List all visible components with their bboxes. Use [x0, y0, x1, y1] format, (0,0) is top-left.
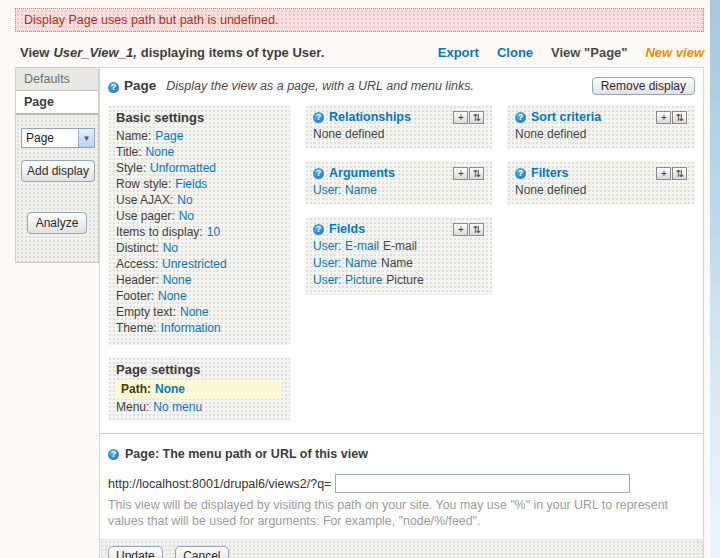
setting-value-link[interactable]: None: [158, 289, 187, 303]
help-icon[interactable]: ?: [313, 224, 324, 235]
view-page-link[interactable]: View "Page": [551, 45, 627, 60]
rearrange-icon[interactable]: ⇅: [469, 111, 484, 124]
settings-column-1: Basic settings Name:Page Title:None Styl…: [108, 105, 290, 421]
form-title-row: ? Page: The menu path or URL of this vie…: [108, 447, 693, 461]
sort-criteria-title-link[interactable]: Sort criteria: [531, 110, 656, 124]
arguments-title-link[interactable]: Arguments: [329, 166, 453, 180]
arguments-box: ? Arguments + ⇅ User: Name: [305, 161, 492, 205]
help-icon[interactable]: ?: [108, 449, 119, 460]
setting-value-link[interactable]: None: [180, 305, 209, 319]
setting-row-use-ajax: Use AJAX:No: [116, 192, 282, 208]
cancel-button[interactable]: Cancel: [175, 546, 228, 558]
add-icon[interactable]: +: [453, 167, 468, 180]
relationships-title-link[interactable]: Relationships: [329, 110, 453, 124]
tab-defaults[interactable]: Defaults: [15, 67, 99, 91]
view-title-prefix: View: [20, 45, 49, 60]
chevron-down-icon: ▼: [78, 129, 94, 147]
view-title-suffix: displaying items of type User.: [141, 45, 325, 60]
fields-title-link[interactable]: Fields: [329, 222, 453, 236]
setting-label: Distinct:: [116, 241, 159, 255]
setting-row-distinct: Distinct:No: [116, 240, 282, 256]
display-settings-panel: ? Page Display the view as a page, with …: [99, 67, 704, 558]
setting-label: Style:: [116, 161, 146, 175]
view-name: User_View_1,: [53, 45, 136, 60]
display-header: ? Page Display the view as a page, with …: [100, 68, 703, 103]
setting-value-link[interactable]: No: [177, 193, 192, 207]
export-link[interactable]: Export: [438, 45, 479, 60]
page-settings-box: Page settings Path:None Menu:No menu: [108, 357, 290, 421]
help-icon[interactable]: ?: [515, 112, 526, 123]
settings-column-2: ? Relationships + ⇅ None defined ?: [305, 105, 492, 421]
rearrange-icon[interactable]: ⇅: [469, 223, 484, 236]
field-link[interactable]: User: Picture: [313, 273, 382, 287]
menu-setting-row: Menu:No menu: [116, 399, 282, 415]
help-icon[interactable]: ?: [313, 168, 324, 179]
setting-value-link[interactable]: Unformatted: [150, 161, 216, 175]
setting-value-link[interactable]: Unrestricted: [162, 257, 227, 271]
remove-display-button[interactable]: Remove display: [592, 77, 695, 95]
tab-page[interactable]: Page: [15, 91, 99, 115]
display-type-select-value: Page: [22, 129, 78, 147]
path-value-link[interactable]: None: [155, 382, 185, 396]
setting-label: Access:: [116, 257, 158, 271]
setting-value-link[interactable]: 10: [207, 225, 220, 239]
form-title: Page: The menu path or URL of this view: [125, 447, 368, 461]
url-row: http://localhost:8001/drupal6/views2/?q=: [108, 474, 693, 493]
setting-label: Empty text:: [116, 305, 176, 319]
settings-column-3: ? Sort criteria + ⇅ None defined ?: [507, 105, 695, 421]
page-edge-gradient: [707, 0, 720, 558]
display-description: Display the view as a page, with a URL a…: [166, 79, 583, 93]
help-icon[interactable]: ?: [515, 168, 526, 179]
analyze-button[interactable]: Analyze: [27, 212, 88, 234]
update-button[interactable]: Update: [108, 546, 163, 558]
setting-value-link[interactable]: Information: [161, 321, 221, 335]
add-icon[interactable]: +: [453, 223, 468, 236]
field-link[interactable]: User: E-mail: [313, 239, 379, 253]
field-link[interactable]: User: Name: [313, 256, 377, 270]
setting-row-items: Items to display:10: [116, 224, 282, 240]
sidebar-controls: Page ▼ Add display Analyze: [15, 115, 99, 263]
rearrange-icon[interactable]: ⇅: [672, 111, 687, 124]
setting-value-link[interactable]: No: [179, 209, 194, 223]
help-icon[interactable]: ?: [313, 112, 324, 123]
help-icon[interactable]: ?: [108, 82, 119, 93]
add-icon[interactable]: +: [656, 167, 671, 180]
filters-title-link[interactable]: Filters: [531, 166, 656, 180]
setting-row-empty-text: Empty text:None: [116, 304, 282, 320]
display-type-select[interactable]: Page ▼: [21, 128, 95, 148]
clone-link[interactable]: Clone: [497, 45, 533, 60]
menu-label: Menu:: [116, 400, 149, 414]
path-config-form: ? Page: The menu path or URL of this vie…: [100, 433, 703, 558]
setting-row-name: Name:Page: [116, 128, 282, 144]
setting-value-link[interactable]: No: [163, 241, 178, 255]
add-display-button[interactable]: Add display: [21, 160, 95, 182]
setting-label: Name:: [116, 129, 151, 143]
path-input[interactable]: [335, 474, 630, 493]
add-icon[interactable]: +: [453, 111, 468, 124]
new-view-link[interactable]: New view: [645, 45, 704, 60]
sort-criteria-box: ? Sort criteria + ⇅ None defined: [507, 105, 695, 149]
menu-value-link[interactable]: No menu: [153, 400, 202, 414]
setting-row-theme: Theme:Information: [116, 320, 282, 336]
setting-row-use-pager: Use pager:No: [116, 208, 282, 224]
setting-value-link[interactable]: None: [163, 273, 192, 287]
form-description: This view will be displayed by visiting …: [108, 497, 693, 529]
display-tabs-sidebar: Defaults Page Page ▼ Add display Analyze: [15, 67, 99, 263]
field-label-suffix: Name: [381, 256, 413, 270]
setting-value-link[interactable]: None: [146, 145, 175, 159]
setting-value-link[interactable]: Fields: [175, 177, 207, 191]
argument-link[interactable]: User: Name: [313, 183, 377, 197]
setting-row-title: Title:None: [116, 144, 282, 160]
rearrange-icon[interactable]: ⇅: [672, 167, 687, 180]
add-icon[interactable]: +: [656, 111, 671, 124]
content-area: Defaults Page Page ▼ Add display Analyze…: [15, 67, 704, 558]
relationships-empty-text: None defined: [313, 126, 484, 143]
rearrange-icon[interactable]: ⇅: [469, 167, 484, 180]
views-admin-page: Display Page uses path but path is undef…: [0, 0, 720, 558]
setting-label: Use pager:: [116, 209, 175, 223]
sort-criteria-empty-text: None defined: [515, 126, 687, 143]
field-label-suffix: Picture: [386, 273, 423, 287]
view-header: ViewUser_View_1,displaying items of type…: [20, 45, 704, 60]
setting-value-link[interactable]: Page: [155, 129, 183, 143]
field-label-suffix: E-mail: [383, 239, 417, 253]
